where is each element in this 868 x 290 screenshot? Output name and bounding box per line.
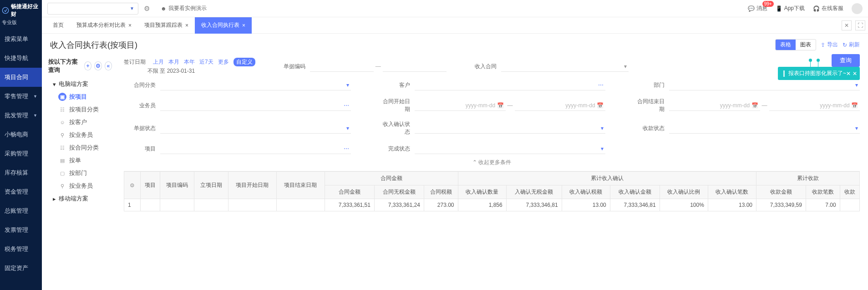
tooltip-action-icon[interactable]: ✕ [846,70,851,77]
date-opt-more[interactable]: 更多 [218,58,229,66]
tab-close-icon[interactable]: × [128,22,132,29]
table-row[interactable]: 1 7,333,361,51 7,333,361,24 273.00 1,856… [124,199,860,211]
scheme-group-pc[interactable]: ▾ 电脑端方案 [48,78,112,90]
collapse-filters-button[interactable]: ⌃ 收起更多条件 [124,154,860,171]
contract-type-select[interactable]: ▾ [160,80,351,90]
tab-3[interactable]: 收入合同执行表× [195,17,252,34]
nav-item-9[interactable]: 总账管理 [0,201,42,220]
col-ramt[interactable]: 收款金额 [756,185,806,199]
user-menu[interactable] [852,3,863,14]
chevron-down-icon: ▾ [346,125,349,131]
col-cratio[interactable]: 收入确认比例 [660,185,708,199]
tooltip-close-icon[interactable]: ✕ [853,70,857,77]
scheme-add-icon[interactable]: + [84,61,91,70]
speech-icon: ☻ [161,5,167,12]
demo-link[interactable]: ☻ 我要看实例演示 [161,5,207,12]
scheme-item-5[interactable]: ▤按单 [48,154,112,167]
tab-2[interactable]: 项目预算跟踪表× [138,17,195,34]
scheme-item-3[interactable]: ⚲按业务员 [48,129,112,141]
nav-item-6[interactable]: 采购管理 [0,144,42,163]
view-table-button[interactable]: 表格 [776,40,796,50]
tab-expand-icon[interactable]: ⛶ [855,20,865,30]
col-rcount[interactable]: 收款笔数 [806,185,840,199]
scheme-item-2[interactable]: ☺按客户 [48,116,112,129]
nav-item-7[interactable]: 库存核算 [0,163,42,182]
dept-select[interactable]: ▾ [669,80,860,90]
date-opt-custom[interactable]: 自定义 [233,58,255,66]
date-opt-7days[interactable]: 近7天 [199,58,213,66]
col-amt[interactable]: 合同金额 [325,185,375,199]
query-button[interactable]: 查询 [832,54,860,67]
finish-status-select[interactable]: ▾ [415,143,605,154]
scheme-item-7[interactable]: ⚲按业务员 [48,180,112,192]
tab-1[interactable]: 预算成本分析对比表× [70,17,138,34]
col-setup[interactable]: 立项日期 [194,172,228,199]
tab-0[interactable]: 首页 [46,17,70,34]
scheme-item-0[interactable]: ▣按项目 [48,90,112,103]
tab-close-icon[interactable]: × [185,22,188,29]
col-tax[interactable]: 合同税额 [424,185,458,199]
export-icon: ⇪ [821,42,825,48]
view-chart-button[interactable]: 图表 [796,40,816,50]
chevron-up-icon: ⌃ [472,159,477,165]
col-start[interactable]: 项目开始日期 [228,172,276,199]
table-settings-header[interactable]: ⚙ [124,172,141,199]
col-ccount[interactable]: 收入确认笔数 [708,185,756,199]
nav-item-3[interactable]: 零售管理▼ [0,87,42,106]
income-contract-input[interactable]: ▾ [501,61,629,72]
tab-close-icon[interactable]: × [242,22,245,29]
nav-item-8[interactable]: 资金管理 [0,182,42,201]
col-camt[interactable]: 收入确认金额 [610,185,660,199]
nav-item-11[interactable]: 税务管理 [0,240,42,259]
end-date-from-input[interactable]: yyyy-mm-dd 📅 [669,100,760,111]
scheme-item-1[interactable]: ☷按项目分类 [48,103,112,116]
doc-code-to-input[interactable] [383,61,447,72]
project-select[interactable]: ⋯ [160,143,351,154]
nav-item-0[interactable]: 搜索菜单 [0,30,42,49]
date-opt-thismonth[interactable]: 本月 [168,58,179,66]
support-link[interactable]: 🎧 在线客服 [813,5,843,12]
nav-item-4[interactable]: 批发管理▼ [0,106,42,125]
settings-gear-icon[interactable]: ⚙ [144,5,150,13]
tab-label: 项目预算跟踪表 [144,21,183,29]
col-project[interactable]: 项目 [141,172,160,199]
nav-item-2[interactable]: 项目合同 [0,68,42,87]
date-opt-thisyear[interactable]: 本年 [184,58,195,66]
scheme-collapse-icon[interactable]: « [105,61,112,70]
col-cnum[interactable]: 收入确认数量 [458,185,506,199]
chart-tooltip: 报表口持图形化展示了~ ✕ ✕ [778,67,860,80]
customer-select[interactable]: ⋯ [415,80,605,90]
doc-code-from-input[interactable] [310,61,374,72]
scheme-item-4[interactable]: ☷按合同分类 [48,141,112,154]
nav-item-10[interactable]: 发票管理 [0,220,42,240]
scheme-item-icon: ▤ [58,156,66,165]
col-code[interactable]: 项目编码 [160,172,194,199]
scheme-settings-icon[interactable]: ⚙ [94,61,102,70]
date-opt-lastmonth[interactable]: 上月 [153,58,164,66]
nav-item-12[interactable]: 固定资产 [0,259,42,278]
start-date-to-input[interactable]: yyyy-mm-dd 📅 [515,100,606,111]
scheme-item-icon: ☺ [58,118,66,126]
start-date-from-input[interactable]: yyyy-mm-dd 📅 [415,100,506,111]
scheme-group-mobile[interactable]: ▸ 移动端方案 [48,192,112,205]
tab-close-all-icon[interactable]: ✕ [842,20,852,30]
messages-link[interactable]: 💬 消息 99+ [748,5,767,12]
col-amt-notax[interactable]: 合同无税金额 [374,185,424,199]
export-button[interactable]: ⇪导出 [821,41,838,49]
scheme-item-6[interactable]: ▢按部门 [48,167,112,180]
col-end[interactable]: 项目结束日期 [276,172,325,199]
end-date-to-input[interactable]: yyyy-mm-dd 📅 [769,100,860,111]
salesman-select[interactable]: ⋯ [160,100,351,111]
org-dropdown[interactable]: ▼ [47,3,138,15]
receipt-status-select[interactable]: ▾ [669,123,860,134]
refresh-button[interactable]: ↻刷新 [843,41,860,49]
doc-status-select[interactable]: ▾ [160,123,351,134]
col-cnotax[interactable]: 入确认无税金额 [506,185,562,199]
income-confirm-status-select[interactable]: ▾ [415,123,605,134]
col-ctax[interactable]: 收入确认税额 [562,185,610,199]
scheme-item-icon: ▣ [58,93,66,101]
app-download-link[interactable]: 📱 App下载 [776,5,805,12]
nav-item-5[interactable]: 小畅电商 [0,125,42,144]
nav-item-1[interactable]: 快捷导航 [0,49,42,68]
col-rmore[interactable]: 收款 [840,185,859,199]
